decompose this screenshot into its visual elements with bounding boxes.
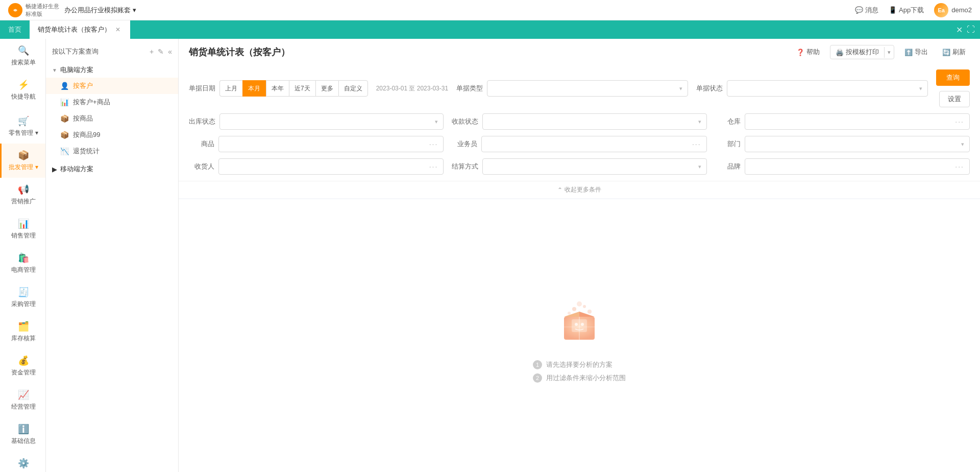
sidebar-item-retail[interactable]: 🛒 零售管理 ▾ xyxy=(0,109,45,144)
export-icon: ⬆️ xyxy=(904,49,913,56)
svg-point-8 xyxy=(583,305,586,308)
warehouse-select[interactable]: ··· xyxy=(745,113,970,130)
search-icon: 🔍 xyxy=(18,45,29,56)
header-right: 💬 消息 📱 App下载 Ea demo2 xyxy=(855,3,972,17)
date-label: 单据日期 xyxy=(189,84,215,93)
scheme-item-by-goods[interactable]: 📦 按商品 xyxy=(46,110,178,127)
industry-selector[interactable]: 办公用品行业模拟账套 ▾ xyxy=(64,6,136,15)
warehouse-label: 仓库 xyxy=(715,117,741,126)
sidebar-item-basic-info[interactable]: ℹ️ 基础信息 xyxy=(0,417,45,452)
export-label: 导出 xyxy=(915,48,928,57)
help-label: 帮助 xyxy=(806,48,820,57)
tab-close-all-icon[interactable]: ✕ xyxy=(956,25,963,35)
date-btn-custom[interactable]: 自定义 xyxy=(338,80,368,97)
scheme-item-refund-stats[interactable]: 📉 退货统计 xyxy=(46,143,178,159)
sidebar-item-search[interactable]: 🔍 搜索菜单 xyxy=(0,39,45,73)
order-status-field: 单据状态 ▾ xyxy=(696,80,928,97)
sidebar-label-search: 搜索菜单 xyxy=(11,58,36,67)
scheme-group-desktop: ▼ 电脑端方案 👤 按客户 📊 按客户+商品 📦 按商品 📦 按商品99 📉 xyxy=(46,60,178,161)
user-area[interactable]: Ea demo2 xyxy=(934,3,972,17)
settlement-select[interactable]: ▾ xyxy=(482,158,706,175)
collapse-up-icon: ⌃ xyxy=(557,186,562,194)
dept-select[interactable]: ▾ xyxy=(745,136,970,152)
scheme-item-by-goods-99[interactable]: 📦 按商品99 xyxy=(46,127,178,143)
order-type-select[interactable]: ▾ xyxy=(487,80,688,97)
sidebar-item-quick-nav[interactable]: ⚡ 快捷导航 xyxy=(0,73,45,107)
scheme-desktop-header[interactable]: ▼ 电脑端方案 xyxy=(46,62,178,78)
by-goods-label: 按商品 xyxy=(73,114,93,123)
tab-bar: 首页 销货单统计表（按客户） ✕ ✕ ⛶ xyxy=(0,20,980,39)
sidebar-label-quick-nav: 快捷导航 xyxy=(11,92,36,101)
receiver-select[interactable]: ··· xyxy=(218,158,444,175)
goods-select[interactable]: ··· xyxy=(218,136,444,152)
empty-tip-label-1: 请先选择要分析的方案 xyxy=(546,360,612,369)
empty-illustration xyxy=(549,289,610,350)
sidebar-item-operations[interactable]: 📈 经营管理 xyxy=(0,383,45,417)
tab-fullscreen-icon[interactable]: ⛶ xyxy=(967,25,975,34)
sidebar-item-marketing[interactable]: 📢 营销推广 xyxy=(0,178,45,212)
empty-tip-label-2: 用过滤条件来缩小分析范围 xyxy=(546,373,626,383)
out-status-label: 出库状态 xyxy=(189,117,215,126)
marketing-icon: 📢 xyxy=(18,184,29,195)
dept-arrow: ▾ xyxy=(961,141,964,148)
brand-select[interactable]: ··· xyxy=(745,158,970,175)
sidebar-item-inventory[interactable]: 🗂️ 库存核算 xyxy=(0,315,45,349)
date-btn-this-year[interactable]: 本年 xyxy=(266,80,289,97)
salesperson-select[interactable]: ··· xyxy=(481,136,706,152)
by-customer-icon: 👤 xyxy=(60,82,69,90)
date-btn-more[interactable]: 更多 xyxy=(315,80,338,97)
panel-collapse-btn[interactable]: « xyxy=(168,48,172,56)
ecommerce-icon: 🛍️ xyxy=(18,252,29,264)
order-status-select[interactable]: ▾ xyxy=(727,80,928,97)
date-filter-field: 单据日期 上月 本月 本年 近7天 更多 自定义 2023-03-01 至 20… xyxy=(189,80,448,97)
date-btn-last-month[interactable]: 上月 xyxy=(219,80,242,97)
wholesale-icon: 📦 xyxy=(18,150,29,161)
tab-close-icon[interactable]: ✕ xyxy=(114,26,122,34)
scheme-item-by-customer[interactable]: 👤 按客户 xyxy=(46,78,178,94)
svg-point-5 xyxy=(575,323,578,326)
collapse-btn[interactable]: ⌃ 收起更多条件 xyxy=(557,185,601,194)
sidebar-item-system[interactable]: ⚙️ 系统管理 xyxy=(0,452,45,472)
payment-status-select[interactable]: ▾ xyxy=(482,113,706,130)
sidebar-item-sales[interactable]: 📊 销售管理 xyxy=(0,212,45,246)
mobile-label: 移动端方案 xyxy=(60,164,93,174)
settlement-label: 结算方式 xyxy=(452,162,478,171)
tab-sales-stats[interactable]: 销货单统计表（按客户） ✕ xyxy=(30,20,130,39)
sidebar-item-ecommerce[interactable]: 🛍️ 电商管理 xyxy=(0,246,45,280)
export-btn[interactable]: ⬆️ 导出 xyxy=(900,45,932,59)
payment-status-field: 收款状态 ▾ xyxy=(452,113,706,130)
scheme-item-customer-goods[interactable]: 📊 按客户+商品 xyxy=(46,94,178,110)
avatar: Ea xyxy=(934,3,948,17)
date-btn-7days[interactable]: 近7天 xyxy=(289,80,315,97)
svg-point-6 xyxy=(581,323,584,326)
help-icon: ❓ xyxy=(796,49,804,56)
top-header: 畅捷通好生意 标准版 办公用品行业模拟账套 ▾ 💬 消息 📱 App下载 Ea … xyxy=(0,0,980,20)
tab-home[interactable]: 首页 xyxy=(0,20,30,39)
date-btn-this-month[interactable]: 本月 xyxy=(242,80,266,97)
by-goods-icon: 📦 xyxy=(60,114,69,123)
sidebar-item-finance[interactable]: 💰 资金管理 xyxy=(0,349,45,383)
by-goods-99-label: 按商品99 xyxy=(73,130,100,139)
panel-add-btn[interactable]: + xyxy=(150,48,154,56)
sidebar-item-purchase[interactable]: 🧾 采购管理 xyxy=(0,280,45,315)
scheme-mobile[interactable]: ▶ 移动端方案 xyxy=(46,161,178,177)
panel-edit-btn[interactable]: ✎ xyxy=(158,48,164,56)
help-btn[interactable]: ❓ 帮助 xyxy=(792,45,824,59)
print-icon: 🖨️ xyxy=(836,49,844,56)
query-btn[interactable]: 查询 xyxy=(936,69,970,86)
svg-point-7 xyxy=(572,307,576,311)
sidebar-item-wholesale[interactable]: 📦 批发管理 ▾ xyxy=(0,144,45,178)
app-download-btn[interactable]: 📱 App下载 xyxy=(889,6,924,15)
refresh-label: 刷新 xyxy=(952,48,966,57)
basic-info-icon: ℹ️ xyxy=(18,423,29,435)
mobile-arrow: ▶ xyxy=(52,166,57,173)
refresh-btn[interactable]: 🔄 刷新 xyxy=(938,45,970,59)
settings-btn[interactable]: 设置 xyxy=(939,91,970,107)
content-header-actions: ❓ 帮助 🖨️ 按模板打印 ▾ ⬆️ 导出 🔄 刷新 xyxy=(792,45,970,59)
print-main[interactable]: 🖨️ 按模板打印 xyxy=(830,45,884,59)
print-btn[interactable]: 🖨️ 按模板打印 ▾ xyxy=(830,45,894,59)
message-btn[interactable]: 💬 消息 xyxy=(855,6,878,15)
print-arrow[interactable]: ▾ xyxy=(884,47,894,58)
sidebar-label-inventory: 库存核算 xyxy=(11,334,36,343)
out-status-select[interactable]: ▾ xyxy=(219,113,444,130)
